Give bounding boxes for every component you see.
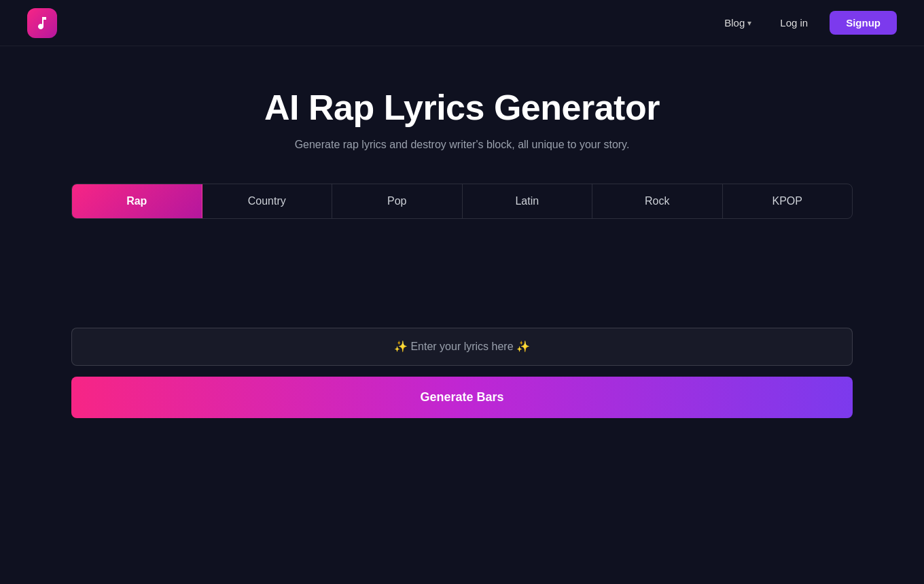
nav-actions: Blog ▾ Log in Signup	[717, 11, 897, 35]
genre-tab-kpop[interactable]: KPOP	[723, 184, 853, 218]
genre-tab-country[interactable]: Country	[202, 184, 333, 218]
generate-bars-button[interactable]: Generate Bars	[71, 377, 853, 418]
genre-tab-pop[interactable]: Pop	[332, 184, 463, 218]
genre-tabs: RapCountryPopLatinRockKPOP	[71, 184, 853, 219]
genre-tab-rock[interactable]: Rock	[592, 184, 723, 218]
chevron-down-icon: ▾	[747, 18, 751, 28]
genre-tab-latin[interactable]: Latin	[463, 184, 593, 218]
blog-menu[interactable]: Blog ▾	[717, 13, 758, 33]
signup-button[interactable]: Signup	[830, 11, 897, 35]
blog-label: Blog	[724, 17, 745, 29]
main-content: AI Rap Lyrics Generator Generate rap lyr…	[0, 46, 924, 459]
genre-tab-rap[interactable]: Rap	[72, 184, 202, 218]
lyrics-input[interactable]	[71, 328, 853, 366]
logo[interactable]	[27, 8, 57, 38]
logo-icon	[27, 8, 57, 38]
page-title: AI Rap Lyrics Generator	[264, 87, 660, 128]
page-subtitle: Generate rap lyrics and destroy writer's…	[295, 139, 630, 151]
login-button[interactable]: Log in	[769, 12, 819, 34]
lyrics-input-container	[71, 328, 853, 366]
navbar: Blog ▾ Log in Signup	[0, 0, 924, 46]
